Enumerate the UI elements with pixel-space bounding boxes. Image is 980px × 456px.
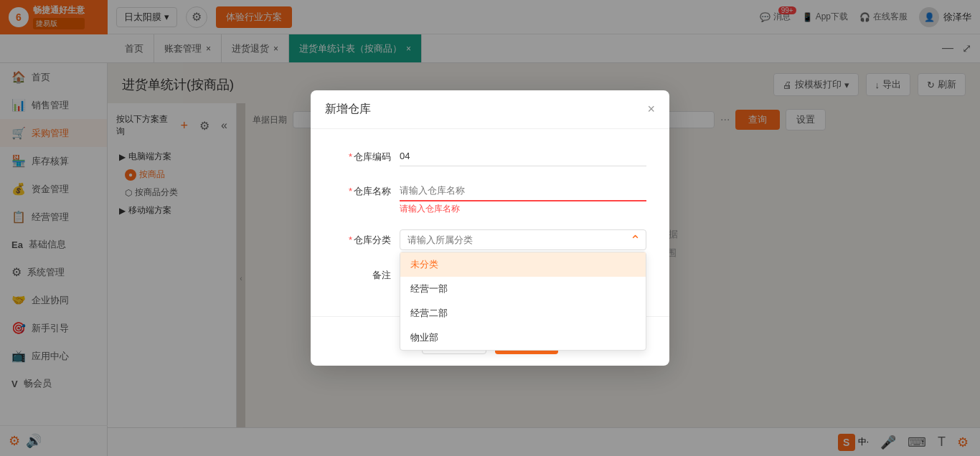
dialog-close-button[interactable]: × [647, 102, 655, 117]
dropdown-arrow-icon[interactable]: ⌃ [630, 232, 641, 248]
code-label: *仓库编码 [334, 146, 391, 163]
category-input[interactable] [400, 229, 646, 250]
option-dept2[interactable]: 经营二部 [400, 301, 646, 326]
category-label: *仓库分类 [334, 229, 391, 247]
category-field-row: *仓库分类 ⌃ 未分类 经营一部 经营二部 物业部 [334, 229, 646, 250]
dialog-header: 新增仓库 × [311, 90, 669, 129]
code-field-row: *仓库编码 [334, 146, 646, 166]
option-dept3[interactable]: 物业部 [400, 326, 646, 350]
option-dept1[interactable]: 经营一部 [400, 277, 646, 301]
name-input[interactable] [400, 181, 646, 201]
name-label: *仓库名称 [334, 181, 391, 198]
new-warehouse-dialog: 新增仓库 × *仓库编码 *仓库名称 请输入仓库名称 *仓库分类 [311, 90, 669, 366]
name-error-msg: 请输入仓库名称 [400, 203, 646, 215]
category-dropdown-list: 未分类 经营一部 经营二部 物业部 [400, 252, 646, 351]
category-dropdown: ⌃ 未分类 经营一部 经营二部 物业部 [400, 229, 646, 250]
option-uncategorized[interactable]: 未分类 [400, 252, 646, 277]
name-field-row: *仓库名称 请输入仓库名称 [334, 181, 646, 215]
note-label: 备注 [334, 265, 391, 282]
dialog-body: *仓库编码 *仓库名称 请输入仓库名称 *仓库分类 ⌃ [311, 129, 669, 316]
code-input[interactable] [400, 146, 646, 166]
name-input-wrapper: 请输入仓库名称 [400, 181, 646, 215]
dialog-title: 新增仓库 [325, 102, 371, 117]
